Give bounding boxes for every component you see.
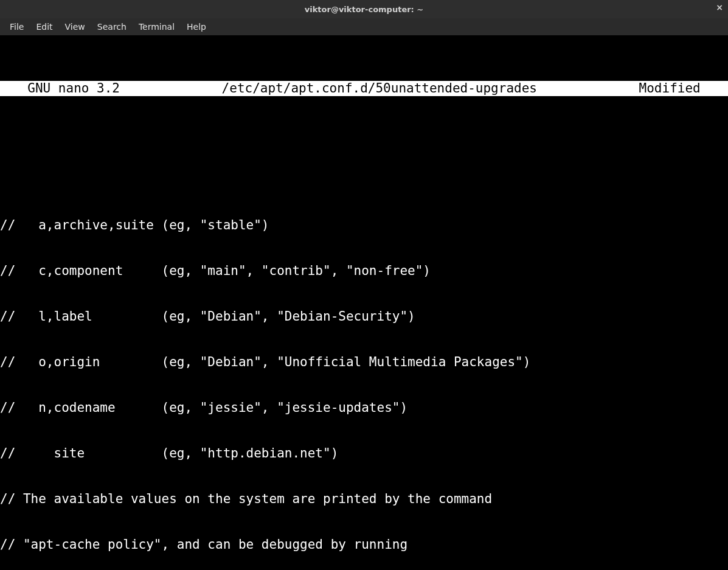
editor-line: // c,component (eg, "main", "contrib", "… xyxy=(0,263,728,279)
editor-line: // "apt-cache policy", and can be debugg… xyxy=(0,537,728,552)
editor-line: // n,codename (eg, "jessie", "jessie-upd… xyxy=(0,400,728,415)
window-title: viktor@viktor-computer: ~ xyxy=(305,5,423,14)
close-icon[interactable]: × xyxy=(716,2,723,12)
editor-line: // The available values on the system ar… xyxy=(0,492,728,507)
menubar: File Edit View Search Terminal Help xyxy=(0,18,728,35)
nano-file-path: /etc/apt/apt.conf.d/50unattended-upgrade… xyxy=(120,81,639,96)
window-titlebar: viktor@viktor-computer: ~ × xyxy=(0,0,728,18)
menu-help[interactable]: Help xyxy=(181,19,212,34)
editor-line: // site (eg, "http.debian.net") xyxy=(0,446,728,461)
editor-line: // a,archive,suite (eg, "stable") xyxy=(0,218,728,233)
menu-edit[interactable]: Edit xyxy=(30,19,58,34)
editor-line xyxy=(0,172,728,187)
editor-content[interactable]: // a,archive,suite (eg, "stable") // c,c… xyxy=(0,142,728,570)
terminal-area[interactable]: GNU nano 3.2 /etc/apt/apt.conf.d/50unatt… xyxy=(0,35,728,570)
editor-line: // l,label (eg, "Debian", "Debian-Securi… xyxy=(0,309,728,324)
menu-view[interactable]: View xyxy=(59,19,91,34)
menu-file[interactable]: File xyxy=(4,19,30,34)
nano-header: GNU nano 3.2 /etc/apt/apt.conf.d/50unatt… xyxy=(0,81,728,96)
editor-line: // o,origin (eg, "Debian", "Unofficial M… xyxy=(0,355,728,370)
nano-status: Modified xyxy=(639,81,728,96)
nano-app-name: GNU nano 3.2 xyxy=(0,81,120,96)
menu-search[interactable]: Search xyxy=(91,19,133,34)
menu-terminal[interactable]: Terminal xyxy=(133,19,181,34)
